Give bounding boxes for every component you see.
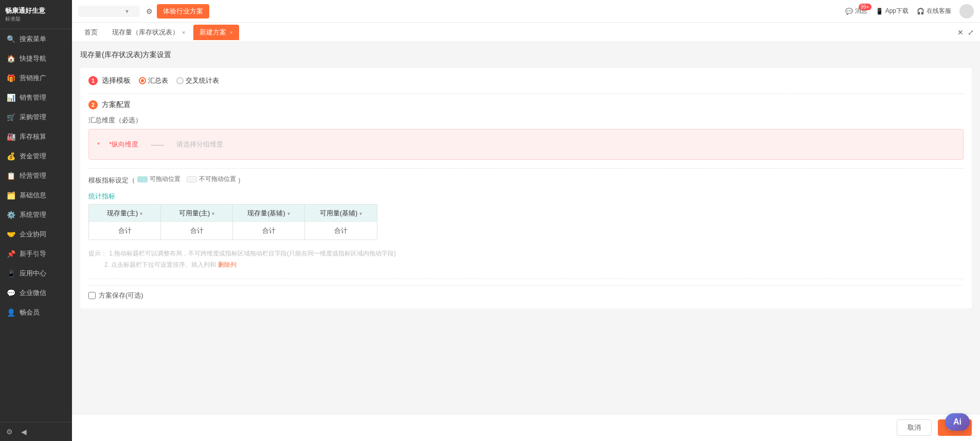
dimension-selector[interactable]: * *纵向维度 —— 请选择分组维度 [88,129,964,160]
col-available-aux: 可用量(基辅) ▾ [305,205,377,222]
tab-expand-btn[interactable]: ⤢ [968,28,974,36]
main-area: ▾ ⚙ 体验行业方案 💬 消息 99+ 📱 App下载 🎧 在线客服 首页 [72,0,980,441]
tab-new-plan-close-icon[interactable]: × [229,29,232,35]
clipboard-icon: 📋 [6,171,15,180]
sidebar-item-label: 搜索菜单 [20,34,46,44]
sidebar-item-system[interactable]: ⚙️ 系统管理 [0,205,72,225]
chevron-down-icon3: ▾ [287,211,290,216]
col-available-aux-total: 合计 [305,222,377,240]
sidebar-item-quicknav[interactable]: 🏠 快捷导航 [0,49,72,68]
sidebar-item-label: 基础信息 [20,191,46,200]
sidebar-item-marketing[interactable]: 🎁 营销推广 [0,68,72,88]
non-draggable-color [187,176,197,182]
headset-icon: 🎧 [917,8,924,15]
cancel-button[interactable]: 取消 [897,419,932,436]
col-available-main: 可用量(主) ▾ [161,205,233,222]
sidebar-item-newbie[interactable]: 📌 新手引导 [0,244,72,264]
indicator-section-label: 统计指标 [88,192,964,201]
radio-crosstab-circle [176,77,184,84]
app-logo: 畅康通好生意 标准版 [0,0,72,29]
sidebar-item-label: 企业协同 [20,230,46,239]
sidebar-item-label: 畅会员 [20,308,40,317]
service-label: 在线客服 [927,7,951,15]
topbar-search-box[interactable]: ▾ [78,6,140,17]
metrics-label: 模板指标设定（ 可拖动位置 不可拖动位置 ） [88,175,964,188]
col-available-aux-header[interactable]: 可用量(基辅) ▾ [305,205,377,222]
search-input[interactable] [82,8,123,15]
vertical-dim-label: *纵向维度 [109,140,138,149]
col-available-main-body: 合计 [161,222,233,240]
save-checkbox[interactable] [88,292,96,299]
tab-inventory[interactable]: 现存量（库存状况表） × [106,25,191,40]
settings-icon[interactable]: ⚙ [6,428,13,436]
trial-btn[interactable]: 体验行业方案 [157,4,209,19]
ai-fab-button[interactable]: Ai [945,413,970,431]
col-present-aux-header[interactable]: 现存量(基辅) ▾ [233,205,304,222]
app-download-label: App下载 [885,7,909,15]
col-available-main-header[interactable]: 可用量(主) ▾ [161,205,232,222]
col-present-main: 现存量(主) ▾ [89,205,161,222]
divider2 [88,168,964,169]
col-present-aux-total: 合计 [233,222,304,240]
sidebar-item-member[interactable]: 👤 畅会员 [0,303,72,322]
section2-header: 2 方案配置 [88,100,964,109]
tab-close-all-btn[interactable]: ✕ [957,28,964,36]
message-btn[interactable]: 💬 消息 99+ [845,7,867,15]
handshake-icon: 🤝 [6,230,15,239]
col-available-aux-body: 合计 [305,222,377,240]
sidebar: 畅康通好生意 标准版 🔍 搜索菜单 🏠 快捷导航 🎁 营销推广 📊 销售管理 🛒… [0,0,72,441]
app-download-btn[interactable]: 📱 App下载 [876,7,909,15]
topbar: ▾ ⚙ 体验行业方案 💬 消息 99+ 📱 App下载 🎧 在线客服 [72,0,980,23]
sidebar-item-label: 企业微信 [20,288,46,298]
sidebar-item-search[interactable]: 🔍 搜索菜单 [0,29,72,49]
tab-inventory-close-icon[interactable]: × [182,29,185,35]
tab-new-plan[interactable]: 新建方案 × [193,25,239,40]
sidebar-item-collab[interactable]: 🤝 企业协同 [0,225,72,244]
sidebar-footer: ⚙ ◀ [0,422,72,441]
chevron-down-icon2: ▾ [212,211,214,216]
section-config: 2 方案配置 汇总维度（必选） * *纵向维度 —— 请选择分组维度 模板指标设… [88,100,964,270]
sidebar-item-management[interactable]: 📋 经营管理 [0,166,72,186]
user-icon: 👤 [6,308,15,317]
section2-title: 方案配置 [102,100,131,109]
draggable-legend: 可拖动位置 [137,175,180,183]
asterisk: * [97,141,100,149]
col-present-main-header[interactable]: 现存量(主) ▾ [89,205,160,222]
sound-icon[interactable]: ◀ [21,428,27,436]
chevron-down-icon: ▾ [140,211,142,216]
sidebar-item-purchase[interactable]: 🛒 采购管理 [0,107,72,127]
sidebar-item-finance[interactable]: 💰 资金管理 [0,146,72,166]
step2-badge: 2 [88,100,98,109]
tips-section: 提示： 1.拖动标题栏可以调整布局，不可跨维度或指标区域拖动栏目字段(只能在同一… [88,248,964,270]
draggable-color [137,176,148,182]
sidebar-item-label: 新手引导 [20,249,46,259]
sidebar-item-sales[interactable]: 📊 销售管理 [0,88,72,107]
radio-crosstab[interactable]: 交叉统计表 [176,76,219,85]
radio-summary-label: 汇总表 [148,76,168,85]
tab-new-plan-label: 新建方案 [199,28,226,37]
radio-crosstab-label: 交叉统计表 [186,76,219,85]
section1-title: 选择模板 [102,76,131,85]
footer-bar: 取消 查询 [72,414,980,441]
col-available-main-total: 合计 [161,222,232,240]
tab-home[interactable]: 首页 [78,25,104,40]
chat-icon: 💬 [6,288,15,298]
sidebar-item-label: 经营管理 [20,171,46,180]
sidebar-item-appstore[interactable]: 📱 应用中心 [0,264,72,283]
search-dropdown-icon[interactable]: ▾ [125,8,129,15]
tip-highlight: 删除列 [218,260,237,271]
radio-summary[interactable]: 汇总表 [139,76,168,85]
sidebar-item-basics[interactable]: 🗂️ 基础信息 [0,186,72,205]
warehouse-icon: 🏭 [6,132,15,141]
topbar-gear-icon[interactable]: ⚙ [146,7,153,15]
step1-badge: 1 [88,76,98,85]
sidebar-item-label: 快捷导航 [20,54,46,63]
indicator-table-header: 现存量(主) ▾ 可用量(主) ▾ 现存量(基辅 [89,205,377,222]
template-radio-group: 汇总表 交叉统计表 [139,76,219,85]
tip-line-1: 提示： 1.拖动标题栏可以调整布局，不可跨维度或指标区域拖动栏目字段(只能在同一… [88,248,964,260]
online-service-btn[interactable]: 🎧 在线客服 [917,7,951,15]
sidebar-item-wechat[interactable]: 💬 企业微信 [0,283,72,303]
dim-placeholder: 请选择分组维度 [176,140,223,149]
sidebar-item-inventory[interactable]: 🏭 库存核算 [0,127,72,146]
avatar[interactable] [959,4,974,19]
